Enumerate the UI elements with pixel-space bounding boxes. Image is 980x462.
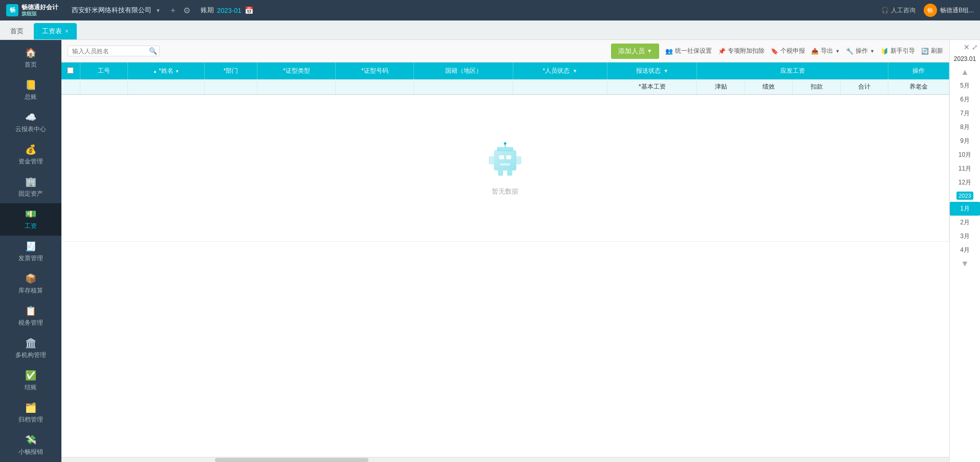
sidebar-item-settlement[interactable]: ✅ 结账: [0, 365, 61, 397]
sidebar-item-salary[interactable]: 💵 工资: [0, 203, 61, 236]
period-label: 账期: [201, 6, 214, 15]
tab-home[interactable]: 首页: [2, 23, 32, 39]
table-sub-header-row: *基本工资 津贴 绩效 扣款 合计: [61, 79, 949, 95]
empty-cell: 暂无数据: [61, 95, 949, 242]
support-label: 人工咨询: [891, 6, 916, 15]
month-item-8[interactable]: 8月: [950, 120, 980, 134]
add-person-label: 添加人员: [618, 47, 645, 56]
company-dropdown-icon[interactable]: ▼: [156, 8, 161, 13]
th-sub-allowance: 津贴: [697, 79, 745, 95]
empty-illustration: [485, 140, 526, 181]
th-sub-empty3: [128, 79, 205, 95]
refresh-icon: 🔄: [921, 48, 929, 55]
search-input[interactable]: [72, 48, 149, 55]
sidebar-item-invoice[interactable]: 🧾 发票管理: [0, 236, 61, 268]
expense-icon: 💸: [25, 434, 36, 446]
person-status-filter-icon[interactable]: ▼: [573, 68, 578, 74]
sort-down-icon: ▼: [175, 69, 179, 74]
app-title: 畅德通好会计: [21, 4, 58, 11]
sidebar-item-fund[interactable]: 💰 资金管理: [0, 139, 61, 171]
tab-bar: 首页 工资表 ×: [0, 20, 980, 40]
tab-salary[interactable]: 工资表 ×: [34, 23, 77, 39]
social-security-label: 统一社保设置: [675, 47, 712, 55]
cloud-icon: ☁️: [25, 112, 36, 123]
table-wrap: 工号 ▲ *姓名 ▼ *部门 *证型类型: [61, 62, 949, 457]
panel-close-icon[interactable]: ✕: [964, 43, 970, 51]
invoice-icon: 🧾: [25, 241, 36, 252]
select-all-checkbox[interactable]: [67, 67, 74, 74]
tax-icon: 📋: [25, 305, 36, 317]
month-item-1[interactable]: 1月: [950, 202, 980, 216]
panel-prev-icon[interactable]: ▲: [959, 66, 971, 79]
guide-action[interactable]: 🔰 新手引导: [881, 47, 915, 55]
month-item-2[interactable]: 2月: [950, 216, 980, 229]
th-id-type: *证型类型: [257, 62, 336, 79]
report-status-filter-icon[interactable]: ▼: [663, 68, 668, 74]
th-person-status[interactable]: *人员状态 ▼: [513, 62, 607, 79]
th-operation-label: 操作: [912, 67, 925, 74]
refresh-action[interactable]: 🔄 刷新: [921, 47, 943, 55]
month-item-3[interactable]: 3月: [950, 229, 980, 243]
sidebar-item-cloud-report[interactable]: ☁️ 云报表中心: [0, 107, 61, 139]
sidebar-item-tax[interactable]: 📋 税务管理: [0, 300, 61, 332]
settings-icon[interactable]: ⚙: [183, 6, 190, 15]
svg-rect-10: [507, 171, 512, 176]
export-arrow-icon: ▼: [835, 49, 840, 54]
month-item-5[interactable]: 5月: [950, 79, 980, 93]
operations-action[interactable]: 🔧 操作 ▼: [846, 47, 875, 55]
svg-rect-8: [516, 156, 521, 164]
archive-icon: 🗂️: [25, 402, 36, 413]
sidebar-item-expense[interactable]: 💸 小畅报销: [0, 429, 61, 461]
month-item-4[interactable]: 4月: [950, 243, 980, 257]
export-action[interactable]: 📤 导出 ▼: [811, 47, 840, 55]
panel-next-icon[interactable]: ▼: [959, 257, 971, 270]
panel-header: 2023.01: [950, 52, 980, 66]
sidebar-item-inventory[interactable]: 📦 库存核算: [0, 268, 61, 300]
special-deduction-action[interactable]: 📌 专项附加扣除: [718, 47, 765, 55]
top-header: 畅 畅德通好会计 旗舰版 西安虾米网络科技有限公司 ▼ ＋ ⚙ 账期 2023-…: [0, 0, 980, 20]
sidebar-item-fixed-assets[interactable]: 🏢 固定资产: [0, 171, 61, 203]
month-item-9[interactable]: 9月: [950, 134, 980, 148]
th-payroll-label: 应发工资: [780, 67, 805, 74]
tab-close-icon[interactable]: ×: [65, 28, 69, 35]
company-selector[interactable]: 西安虾米网络科技有限公司 ▼: [72, 6, 161, 15]
panel-expand-icon[interactable]: ⤢: [972, 43, 978, 51]
tax-declare-icon: 🔖: [771, 48, 778, 55]
calendar-icon[interactable]: 📅: [245, 6, 253, 14]
special-deduction-icon: 📌: [718, 48, 726, 55]
operations-arrow-icon: ▼: [870, 49, 875, 54]
month-item-11[interactable]: 11月: [950, 162, 980, 176]
th-sub-empty8: [513, 79, 607, 95]
operations-label: 操作: [856, 47, 868, 55]
th-sub-empty4: [205, 79, 257, 95]
search-wrap: 🔍: [68, 46, 160, 56]
month-item-7[interactable]: 7月: [950, 107, 980, 120]
table-scrollbar[interactable]: [61, 457, 949, 462]
header-actions: ＋ ⚙: [169, 5, 190, 16]
export-label: 导出: [821, 47, 833, 55]
month-item-6[interactable]: 6月: [950, 93, 980, 107]
month-item-12[interactable]: 12月: [950, 176, 980, 190]
table-header-row: 工号 ▲ *姓名 ▼ *部门 *证型类型: [61, 62, 949, 79]
sidebar-item-archive[interactable]: 🗂️ 归档管理: [0, 397, 61, 429]
support-button[interactable]: 🎧 人工咨询: [881, 6, 916, 15]
sidebar-item-ledger[interactable]: 📒 总账: [0, 74, 61, 107]
th-checkbox[interactable]: [61, 62, 80, 79]
scrollbar-thumb[interactable]: [215, 458, 368, 462]
user-area: 畅 畅德通B组...: [924, 4, 974, 17]
social-security-action[interactable]: 👥 统一社保设置: [665, 47, 712, 55]
add-person-button[interactable]: 添加人员 ▼: [611, 44, 659, 59]
sidebar-item-home[interactable]: 🏠 首页: [0, 42, 61, 74]
sidebar: 🏠 首页 📒 总账 ☁️ 云报表中心 💰 资金管理 🏢 固定资产 💵 工资 🧾 …: [0, 40, 61, 462]
th-deduction-label: 扣款: [811, 83, 823, 90]
add-company-icon[interactable]: ＋: [169, 5, 177, 16]
sidebar-item-multi-org[interactable]: 🏛️ 多机构管理: [0, 332, 61, 365]
th-total-label: 合计: [858, 83, 870, 90]
data-table: 工号 ▲ *姓名 ▼ *部门 *证型类型: [61, 62, 949, 242]
month-item-10[interactable]: 10月: [950, 148, 980, 162]
th-sub-empty7: [414, 79, 513, 95]
panel-date: 2023.01: [954, 55, 976, 62]
user-name: 畅德通B组...: [940, 6, 974, 15]
tax-declare-action[interactable]: 🔖 个税申报: [771, 47, 805, 55]
th-report-status[interactable]: 报送状态 ▼: [607, 62, 697, 79]
